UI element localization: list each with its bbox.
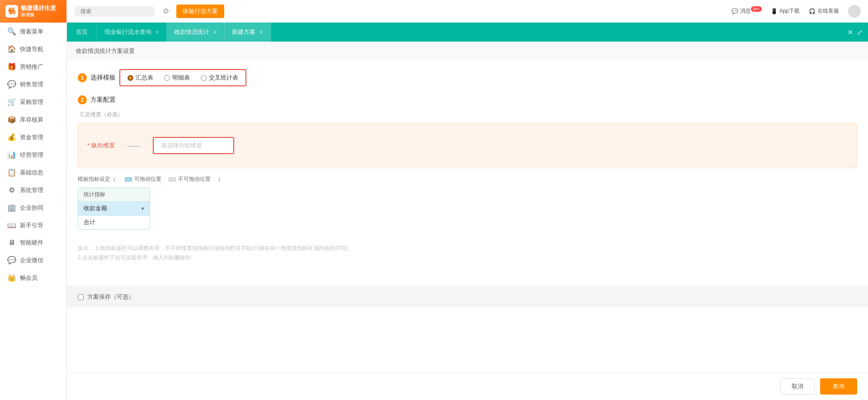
metrics-container: 统计指标 收款金额 ▾ 合计 — [78, 188, 150, 230]
page-header: 收款情况统计方案设置 — [67, 42, 868, 60]
download-icon: 📱 — [771, 8, 778, 14]
dim-input[interactable]: 请选择分组维度 — [153, 137, 234, 154]
sidebar-item-finance[interactable]: 💰 资金管理 — [0, 128, 66, 146]
notification-item[interactable]: 💬 消息 99+ — [731, 7, 761, 15]
query-button[interactable]: 查询 — [820, 378, 857, 395]
settings-icon[interactable]: ⚙ — [163, 7, 169, 15]
step2-section: 2 方案配置 汇总维度（必选） * 纵向维度 —— 请选择分组维度 — [78, 95, 857, 268]
tip-line-2: 2.点击标题栏下拉可设置排序、插入列和删除列 — [78, 254, 857, 262]
arrow-icon: —— — [127, 142, 140, 149]
legend-draggable: 可拖动位置 — [125, 175, 161, 183]
step1-header: 1 选择模板 汇总表 明细表 — [78, 69, 857, 86]
message-icon: 💬 — [731, 8, 738, 14]
topbar: ⚙ 体验行业方案 💬 消息 99+ 📱 App下载 🎧 在线客服 — [67, 0, 868, 23]
tabbar-actions: ✕ ⤢ — [842, 23, 868, 42]
sidebar-item-enterprise[interactable]: 🏢 企业协同 — [0, 199, 66, 216]
tab-collection-stats[interactable]: 收款情况统计 ✕ — [167, 23, 225, 42]
industry-btn[interactable]: 体验行业方案 — [176, 5, 224, 18]
sidebar-item-sales[interactable]: 💬 销售管理 — [0, 75, 66, 93]
sidebar-item-guide[interactable]: 📖 新手引导 — [0, 216, 66, 234]
support-icon: 🎧 — [809, 8, 816, 14]
dimension-title: 汇总维度（必选） — [78, 111, 857, 118]
step2-badge: 2 — [78, 95, 87, 104]
tab-close-new-plan[interactable]: ✕ — [259, 29, 263, 35]
sidebar-item-wechat[interactable]: 💬 企业微信 — [0, 251, 66, 269]
sales-icon: 💬 — [7, 80, 16, 89]
avatar[interactable] — [848, 5, 861, 18]
step1-section: 1 选择模板 汇总表 明细表 — [78, 69, 857, 86]
metrics-legend: 可拖动位置 不可拖动位置 ） — [125, 175, 223, 183]
box-icon: 📦 — [7, 115, 16, 124]
save-checkbox[interactable] — [78, 294, 84, 300]
sidebar-item-search-menu[interactable]: 🔍 搜索菜单 — [0, 23, 66, 40]
logo-icon: 畅 — [5, 5, 18, 18]
sidebar-item-system[interactable]: ⚙ 系统管理 — [0, 181, 66, 199]
step1-badge: 1 — [78, 73, 87, 82]
cancel-button[interactable]: 取消 — [780, 378, 815, 395]
sidebar-item-basic-info[interactable]: 📋 基础信息 — [0, 164, 66, 181]
metrics-group-title: 统计指标 — [78, 188, 150, 202]
vertical-dim-label: * 纵向维度 — [87, 141, 115, 150]
step1-label: 选择模板 — [90, 74, 116, 82]
download-item[interactable]: 📱 App下载 — [771, 7, 800, 15]
tab-new-plan[interactable]: 新建方案 ✕ — [225, 23, 271, 42]
chart-icon: 📊 — [7, 151, 16, 159]
tips-section: 提示： 1.拖动标题栏可以调整布局，不可跨维度或指标区域拖动栏目字段(只能在同一… — [78, 240, 857, 268]
tab-close-bank-flow[interactable]: ✕ — [155, 29, 159, 35]
building-icon: 🏢 — [7, 203, 16, 212]
metrics-title-text: 模板指标设定（ — [78, 175, 116, 183]
sidebar-item-purchase[interactable]: 🛒 采购管理 — [0, 93, 66, 111]
sidebar: 畅 畅捷通好生意 标准版 🔍 搜索菜单 🏠 快捷导航 🎁 营销推广 💬 销售管理… — [0, 0, 67, 400]
book-icon: 📖 — [7, 221, 16, 230]
save-label: 方案保存（可选） — [87, 293, 134, 301]
search-icon: 🔍 — [7, 27, 16, 36]
content-area: 收款情况统计方案设置 1 选择模板 汇总表 — [67, 42, 868, 400]
dropdown-arrow-icon: ▾ — [142, 206, 144, 212]
wechat-icon: 💬 — [7, 256, 16, 264]
sidebar-item-marketing[interactable]: 🎁 营销推广 — [0, 58, 66, 75]
tab-home[interactable]: 首页 — [67, 23, 97, 42]
support-item[interactable]: 🎧 在线客服 — [809, 7, 839, 15]
tabbar: 首页 现金银行流水查询 ✕ 收款情况统计 ✕ 新建方案 ✕ ✕ ⤢ — [67, 23, 868, 42]
page-wrapper: 收款情况统计方案设置 1 选择模板 汇总表 — [67, 42, 868, 373]
search-input[interactable] — [74, 6, 156, 17]
page-body: 1 选择模板 汇总表 明细表 — [67, 60, 868, 286]
maximize-icon[interactable]: ⤢ — [857, 28, 863, 37]
non-draggable-box — [169, 177, 176, 182]
radio-cross[interactable]: 交叉统计表 — [201, 74, 238, 82]
money-icon: 💰 — [7, 133, 16, 141]
save-section: 方案保存（可选） — [67, 286, 868, 307]
dimension-area: * 纵向维度 —— 请选择分组维度 — [78, 123, 857, 168]
close-window-icon[interactable]: ✕ — [847, 28, 853, 37]
radio-detail[interactable]: 明细表 — [164, 74, 190, 82]
cart-icon: 🛒 — [7, 98, 16, 106]
metrics-header: 模板指标设定（ 可拖动位置 不可拖动位置 ） — [78, 175, 857, 183]
gift-icon: 🎁 — [7, 62, 16, 71]
draggable-box — [125, 177, 132, 182]
notification-badge: 99+ — [751, 6, 761, 12]
metrics-item-total: 合计 — [78, 216, 150, 229]
sidebar-item-member[interactable]: 👑 畅会员 — [0, 269, 66, 287]
sidebar-item-hardware[interactable]: 🖥 智能硬件 — [0, 234, 66, 251]
legend-non-draggable: 不可拖动位置 — [169, 175, 211, 183]
tab-bank-flow[interactable]: 现金银行流水查询 ✕ — [97, 23, 167, 42]
clipboard-icon: 📋 — [7, 168, 16, 177]
logo-text: 畅捷通好生意 标准版 — [21, 5, 56, 18]
main-area: ⚙ 体验行业方案 💬 消息 99+ 📱 App下载 🎧 在线客服 首页 现金银行… — [67, 0, 868, 400]
step2-header: 2 方案配置 — [78, 95, 857, 104]
home-icon: 🏠 — [7, 45, 16, 53]
gear-icon: ⚙ — [7, 186, 16, 194]
sidebar-logo: 畅 畅捷通好生意 标准版 — [0, 0, 66, 23]
monitor-icon: 🖥 — [7, 239, 16, 247]
step2-label: 方案配置 — [90, 96, 116, 104]
crown-icon: 👑 — [7, 273, 16, 282]
metrics-item-revenue[interactable]: 收款金额 ▾ — [78, 202, 150, 216]
tab-close-collection-stats[interactable]: ✕ — [213, 29, 217, 35]
topbar-right: 💬 消息 99+ 📱 App下载 🎧 在线客服 — [731, 5, 861, 18]
footer-actions: 取消 查询 — [67, 372, 868, 400]
sidebar-item-inventory[interactable]: 📦 库存核算 — [0, 111, 66, 128]
sidebar-item-operations[interactable]: 📊 经营管理 — [0, 146, 66, 164]
sidebar-item-quick-nav[interactable]: 🏠 快捷导航 — [0, 40, 66, 58]
radio-summary[interactable]: 汇总表 — [127, 74, 153, 82]
tip-line-1: 提示： 1.拖动标题栏可以调整布局，不可跨维度或指标区域拖动栏目字段(只能在同一… — [78, 245, 857, 252]
